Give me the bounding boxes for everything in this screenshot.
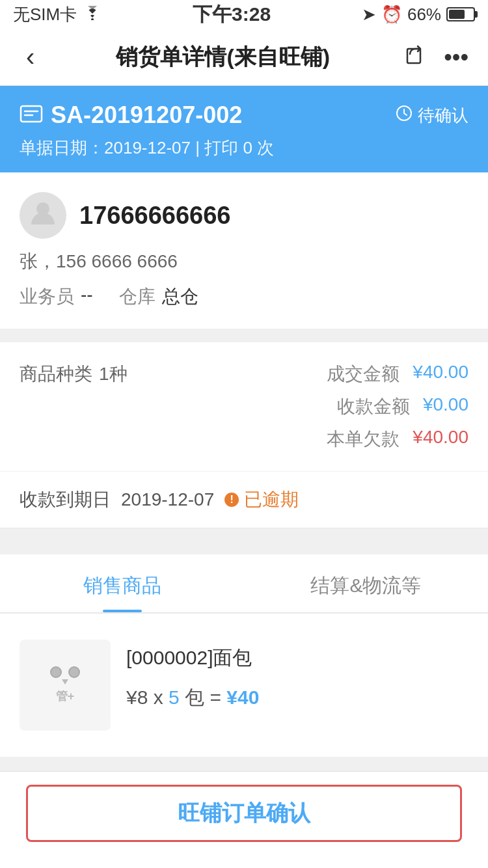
owl-eye-right: [68, 666, 80, 678]
received-amount-row: 收款金额 ¥0.00: [337, 394, 468, 419]
sales-value: --: [81, 284, 93, 309]
battery-percent: 66%: [407, 5, 441, 25]
owl-text: 管+: [56, 688, 75, 704]
price-separator: x: [154, 686, 169, 708]
product-price: ¥8 x 5 包 = ¥40: [126, 685, 468, 711]
owl-beak: [62, 679, 68, 685]
total-price: ¥40: [226, 686, 259, 708]
owl-eye-left: [50, 666, 62, 678]
tab-sales-product[interactable]: 销售商品: [0, 554, 244, 612]
tab-settlement[interactable]: 结算&物流等: [244, 554, 488, 612]
product-details: [0000002]面包 ¥8 x 5 包 = ¥40: [126, 640, 468, 711]
deal-amount-label: 成交金额: [327, 362, 400, 387]
order-status: 待确认: [396, 104, 468, 127]
list-item: 管+ [0000002]面包 ¥8 x 5 包 = ¥40: [20, 627, 468, 744]
clock-icon: [396, 105, 413, 126]
order-id: SA-20191207-002: [20, 102, 242, 129]
svg-rect-2: [21, 106, 42, 122]
battery-icon: [446, 7, 475, 21]
customer-meta: 业务员 -- 仓库 总仓: [20, 284, 468, 309]
divider-2: [0, 528, 488, 541]
avatar: [20, 192, 66, 239]
status-bar-left: 无SIM卡: [13, 3, 102, 26]
warehouse-label: 仓库: [119, 284, 156, 309]
warehouse: 仓库 总仓: [119, 284, 198, 309]
due-amount-value: ¥40.00: [413, 427, 468, 452]
warehouse-value: 总仓: [162, 284, 198, 309]
product-section: 管+ [0000002]面包 ¥8 x 5 包 = ¥40: [0, 614, 488, 757]
divider-1: [0, 329, 488, 342]
customer-row: 17666666666: [20, 192, 468, 239]
summary-row: 商品种类 1种 成交金额 ¥40.00 收款金额 ¥0.00 本单欠款 ¥40.…: [20, 362, 468, 452]
product-thumbnail: 管+: [20, 640, 111, 731]
share-icon[interactable]: [405, 42, 428, 72]
page-title: 销货单详情(来自旺铺): [116, 42, 330, 72]
customer-phone: 17666666666: [79, 202, 230, 230]
product-type-label: 商品种类: [20, 362, 92, 387]
confirm-order-button[interactable]: 旺铺订单确认: [26, 785, 462, 842]
payment-due-label: 收款到期日: [20, 487, 111, 512]
payment-due-section: 收款到期日 2019-12-07 ! 已逾期: [0, 472, 488, 528]
summary-section: 商品种类 1种 成交金额 ¥40.00 收款金额 ¥0.00 本单欠款 ¥40.…: [0, 342, 488, 472]
customer-section: 17666666666 张，156 6666 6666 业务员 -- 仓库 总仓: [0, 172, 488, 329]
deal-amount-row: 成交金额 ¥40.00: [327, 362, 468, 387]
order-icon: [20, 102, 43, 129]
back-button[interactable]: ‹: [20, 36, 41, 78]
alarm-icon: ⏰: [381, 5, 402, 25]
order-id-row: SA-20191207-002 待确认: [20, 102, 468, 129]
overdue-dot-icon: !: [224, 493, 239, 507]
carrier-text: 无SIM卡: [13, 3, 77, 26]
due-amount-label: 本单欠款: [327, 427, 400, 452]
sales-person: 业务员 --: [20, 284, 93, 309]
quantity: 5: [169, 686, 180, 708]
location-icon: ➤: [362, 5, 376, 25]
status-text: 待确认: [418, 104, 468, 127]
nav-bar: ‹ 销货单详情(来自旺铺) •••: [0, 29, 488, 86]
overdue-badge: ! 已逾期: [224, 487, 299, 512]
product-name: [0000002]面包: [126, 645, 468, 671]
deal-amount-value: ¥40.00: [413, 362, 468, 387]
unit: 包: [185, 686, 204, 708]
user-icon: [29, 198, 57, 233]
svg-point-0: [91, 18, 94, 20]
tabs-section: 销售商品 结算&物流等: [0, 554, 488, 614]
sales-label: 业务员: [20, 284, 74, 309]
customer-info: 张，156 6666 6666: [20, 249, 468, 274]
status-bar-right: ➤ ⏰ 66%: [362, 5, 475, 25]
price-value: ¥8: [126, 686, 148, 708]
order-header: SA-20191207-002 待确认 单据日期：2019-12-07 | 打印…: [0, 86, 488, 172]
product-type: 商品种类 1种: [20, 362, 128, 387]
payment-due-date: 2019-12-07: [121, 489, 214, 510]
wifi-icon: [83, 5, 102, 25]
product-type-value: 1种: [99, 362, 128, 387]
overdue-text: 已逾期: [244, 487, 299, 512]
received-amount-value: ¥0.00: [423, 394, 468, 419]
nav-actions: •••: [405, 42, 468, 72]
order-date: 单据日期：2019-12-07 | 打印 0 次: [20, 137, 468, 159]
amount-summary: 成交金额 ¥40.00 收款金额 ¥0.00 本单欠款 ¥40.00: [327, 362, 468, 452]
bottom-bar: 旺铺订单确认: [0, 771, 488, 868]
owl-logo: 管+: [50, 666, 80, 704]
status-bar-time: 下午3:28: [193, 1, 271, 28]
equals-sign: =: [210, 686, 226, 708]
status-bar: 无SIM卡 下午3:28 ➤ ⏰ 66%: [0, 0, 488, 29]
received-amount-label: 收款金额: [337, 394, 410, 419]
more-icon[interactable]: •••: [444, 44, 468, 71]
due-amount-row: 本单欠款 ¥40.00: [327, 427, 468, 452]
